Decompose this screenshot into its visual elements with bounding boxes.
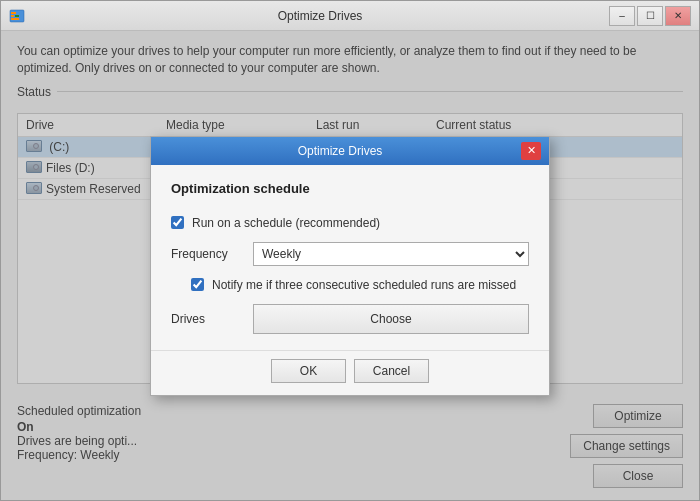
svg-rect-4	[11, 18, 19, 20]
restore-button[interactable]: ☐	[637, 6, 663, 26]
modal-section-title: Optimization schedule	[171, 181, 529, 196]
minimize-button[interactable]: –	[609, 6, 635, 26]
modal-title: Optimize Drives	[159, 144, 521, 158]
modal-title-bar: Optimize Drives ✕	[151, 137, 549, 165]
svg-rect-1	[11, 12, 16, 14]
modal-body: Optimization schedule Run on a schedule …	[151, 165, 549, 350]
drives-row: Drives Choose	[171, 304, 529, 334]
optimize-drives-modal: Optimize Drives ✕ Optimization schedule …	[150, 136, 550, 396]
run-on-schedule-label: Run on a schedule (recommended)	[192, 216, 380, 230]
main-close-button[interactable]: ✕	[665, 6, 691, 26]
window-title: Optimize Drives	[31, 9, 609, 23]
title-bar: Optimize Drives – ☐ ✕	[1, 1, 699, 31]
frequency-row: Frequency Weekly Daily Monthly	[171, 242, 529, 266]
svg-rect-3	[15, 15, 19, 17]
window-controls: – ☐ ✕	[609, 6, 691, 26]
frequency-label: Frequency	[171, 247, 241, 261]
run-on-schedule-row: Run on a schedule (recommended)	[171, 216, 529, 230]
notify-row: Notify me if three consecutive scheduled…	[191, 278, 529, 292]
svg-rect-2	[11, 15, 14, 17]
defrag-icon	[9, 8, 25, 24]
ok-button[interactable]: OK	[271, 359, 346, 383]
notify-label: Notify me if three consecutive scheduled…	[212, 278, 516, 292]
modal-footer: OK Cancel	[151, 350, 549, 395]
run-on-schedule-checkbox[interactable]	[171, 216, 184, 229]
drives-label: Drives	[171, 312, 241, 326]
modal-overlay: Optimize Drives ✕ Optimization schedule …	[1, 31, 699, 500]
frequency-select[interactable]: Weekly Daily Monthly	[253, 242, 529, 266]
notify-checkbox[interactable]	[191, 278, 204, 291]
choose-button[interactable]: Choose	[253, 304, 529, 334]
modal-close-button[interactable]: ✕	[521, 142, 541, 160]
cancel-button[interactable]: Cancel	[354, 359, 429, 383]
